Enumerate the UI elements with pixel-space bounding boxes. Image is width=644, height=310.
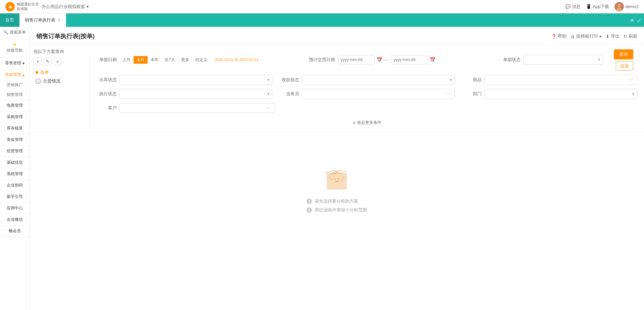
tab-close-window-icon[interactable]: ✕ xyxy=(630,17,634,23)
dept-label: 部门 xyxy=(462,91,482,97)
sidebar-section-corp: 企业协同 xyxy=(0,180,29,191)
expected-date-label: 预计交货日期 xyxy=(309,57,335,63)
filter-ship-status-field: 出库状态 ▾ xyxy=(97,75,272,85)
filter-salesperson-field: 业务员 ··· xyxy=(279,89,455,99)
filter-date-field: 单据日期 上月 本月 本年 近7天 更多 自定义 2023-03-01 至 20… xyxy=(97,56,302,64)
collapse-scheme-button[interactable]: « xyxy=(54,57,62,65)
top-header: 畅 畅捷通好生意 标准版 办公用品行业模拟账套 ▾ 💬 消息 📱 App下载 xyxy=(0,0,644,13)
app-download-action[interactable]: 📱 App下载 xyxy=(586,4,609,10)
filter-scheme-title: 按以下方案查询 xyxy=(34,49,86,55)
status-label: 单据状态 xyxy=(500,57,521,63)
sidebar-section-member: 畅会员 xyxy=(0,225,29,237)
sidebar-section-retail: 零售管理 ▾ xyxy=(0,58,29,69)
scheme-by-order[interactable]: 按单 xyxy=(34,68,86,77)
exec-status-label: 执行状态 xyxy=(97,91,117,97)
page-title: 销售订单执行表(按单) xyxy=(36,32,95,40)
tip-num-1: 1 xyxy=(307,199,312,204)
sidebar-item-sales[interactable]: 销售管理 xyxy=(0,90,29,100)
filter-row-4: 客户 ··· xyxy=(97,103,637,113)
svg-point-3 xyxy=(618,4,621,7)
payment-status-select[interactable]: ▾ xyxy=(302,75,455,85)
status-select[interactable]: ▾ xyxy=(523,55,603,65)
svg-point-6 xyxy=(332,175,341,185)
date-tab-last-month[interactable]: 上月 xyxy=(119,56,133,64)
sidebar-item-quick-nav[interactable]: ⚡ 快捷导航 xyxy=(0,40,29,56)
salesperson-label: 业务员 xyxy=(279,91,299,97)
print-button[interactable]: 🖨 按模板打印 ▾ xyxy=(571,33,602,39)
settings-button[interactable]: 设置 xyxy=(616,61,633,71)
product-input[interactable]: ··· xyxy=(484,75,637,85)
sidebar-section-basic: 基础信息 xyxy=(0,157,29,168)
calendar-icon-left: 📅 xyxy=(377,57,382,62)
tab-close-icon[interactable]: ✕ xyxy=(57,18,61,22)
sidebar: 🔍 搜索菜单 ⚡ 快捷导航 零售管理 ▾ 批发管理 ▴ 营销推广 xyxy=(0,27,30,310)
help-button[interactable]: ❓ 帮助 xyxy=(551,33,567,39)
collapse-arrow-icon: ∧ xyxy=(353,120,356,125)
sidebar-inventory-header[interactable]: 库存核算 xyxy=(0,123,29,134)
dept-arrow-icon: ▾ xyxy=(632,92,634,96)
sidebar-ops-header[interactable]: 经营管理 xyxy=(0,146,29,157)
sidebar-search[interactable]: 🔍 搜索菜单 xyxy=(0,27,29,38)
ship-status-select[interactable]: ▾ xyxy=(119,75,272,85)
tab-bar: 首页 销售订单执行表 ✕ ✕ ⤢ xyxy=(0,13,644,27)
phone-icon: 📱 xyxy=(586,4,591,9)
sidebar-system-header[interactable]: 系统管理 xyxy=(0,168,29,179)
refresh-button[interactable]: ↻ 刷新 xyxy=(624,33,637,39)
date-tab-this-month[interactable]: 本月 xyxy=(133,56,148,64)
user-area[interactable]: demo2 xyxy=(614,2,639,11)
salesperson-input[interactable]: ··· xyxy=(302,89,455,99)
sidebar-ecommerce-header[interactable]: 电商管理 xyxy=(0,100,29,111)
sidebar-item-marketing[interactable]: 营销推广 xyxy=(0,80,29,90)
filter-dept-field: 部门 ▾ xyxy=(462,89,637,99)
date-tab-more[interactable]: 更多 xyxy=(178,56,192,64)
export-button[interactable]: ⬇ 导出 xyxy=(606,33,620,39)
sidebar-wholesale-header[interactable]: 批发管理 ▴ xyxy=(0,69,29,80)
app-title-dropdown[interactable]: 办公用品行业模拟账套 ▾ xyxy=(42,4,89,10)
customer-input[interactable]: ··· xyxy=(119,103,275,113)
tab-home[interactable]: 首页 xyxy=(0,13,19,27)
print-icon: 🖨 xyxy=(571,34,575,39)
sidebar-section-system: 系统管理 xyxy=(0,168,29,180)
collapse-filter-button[interactable]: ∧ 收起更多条件 xyxy=(97,117,637,128)
date-tab-custom[interactable]: 自定义 xyxy=(192,56,210,64)
sidebar-purchase-header[interactable]: 采购管理 xyxy=(0,111,29,122)
tab-expand-icon[interactable]: ⤢ xyxy=(637,17,641,23)
date-tab-last7[interactable]: 近7天 xyxy=(162,56,178,64)
payment-status-arrow-icon: ▾ xyxy=(450,78,452,82)
sidebar-corp-header[interactable]: 企业协同 xyxy=(0,180,29,191)
sidebar-section-purchase: 采购管理 xyxy=(0,111,29,123)
search-button[interactable]: 查询 xyxy=(614,49,633,59)
tab-bar-controls: ✕ ⤢ xyxy=(627,13,644,27)
date-tab-this-year[interactable]: 本年 xyxy=(148,56,162,64)
sidebar-appstore-header[interactable]: 应用中心 xyxy=(0,203,29,214)
calendar-icon-right: 📅 xyxy=(430,57,435,62)
customer-ellipsis-icon[interactable]: ··· xyxy=(265,105,272,111)
salesperson-ellipsis-icon[interactable]: ··· xyxy=(445,91,452,97)
edit-scheme-button[interactable]: ✎ xyxy=(44,57,52,65)
sidebar-member-header[interactable]: 畅会员 xyxy=(0,225,29,237)
exec-status-select[interactable]: ▾ xyxy=(119,89,272,99)
filter-right-panel: 单据日期 上月 本月 本年 近7天 更多 自定义 2023-03-01 至 20… xyxy=(90,49,644,132)
sidebar-basic-header[interactable]: 基础信息 xyxy=(0,157,29,168)
expected-date-to[interactable] xyxy=(391,55,428,64)
filter-customer-field: 客户 ··· xyxy=(97,103,275,113)
expected-date-from[interactable] xyxy=(338,55,375,64)
add-scheme-button[interactable]: + xyxy=(34,57,42,65)
page-actions: ❓ 帮助 🖨 按模板打印 ▾ ⬇ 导出 ↻ 刷新 xyxy=(551,33,637,39)
scheme-by-debt[interactable]: ○ 欠货情况 xyxy=(34,77,86,86)
sidebar-retail-header[interactable]: 零售管理 ▾ xyxy=(0,58,29,69)
quick-nav-icon: ⚡ xyxy=(12,42,17,47)
header-left: 畅 畅捷通好生意 标准版 办公用品行业模拟账套 ▾ xyxy=(5,2,89,11)
sidebar-wechat-header[interactable]: 企业微信 xyxy=(0,214,29,225)
product-ellipsis-icon[interactable]: ··· xyxy=(627,77,634,83)
main-layout: 🔍 搜索菜单 ⚡ 快捷导航 零售管理 ▾ 批发管理 ▴ 营销推广 xyxy=(0,27,644,310)
sidebar-finance-header[interactable]: 资金管理 xyxy=(0,134,29,145)
empty-state: ★ ★ 1 请先选择要分析的方案 2 用过滤条件来缩小分析范围 xyxy=(30,133,644,240)
filter-scheme-actions: + ✎ « xyxy=(34,57,86,65)
sidebar-newbie-header[interactable]: 新手引导 xyxy=(0,191,29,202)
tab-sales-exec[interactable]: 销售订单执行表 ✕ xyxy=(19,13,66,27)
sidebar-section-newbie: 新手引导 xyxy=(0,191,29,203)
date-label: 单据日期 xyxy=(97,57,117,63)
dept-select[interactable]: ▾ xyxy=(484,89,637,99)
message-action[interactable]: 💬 消息 xyxy=(565,4,581,10)
